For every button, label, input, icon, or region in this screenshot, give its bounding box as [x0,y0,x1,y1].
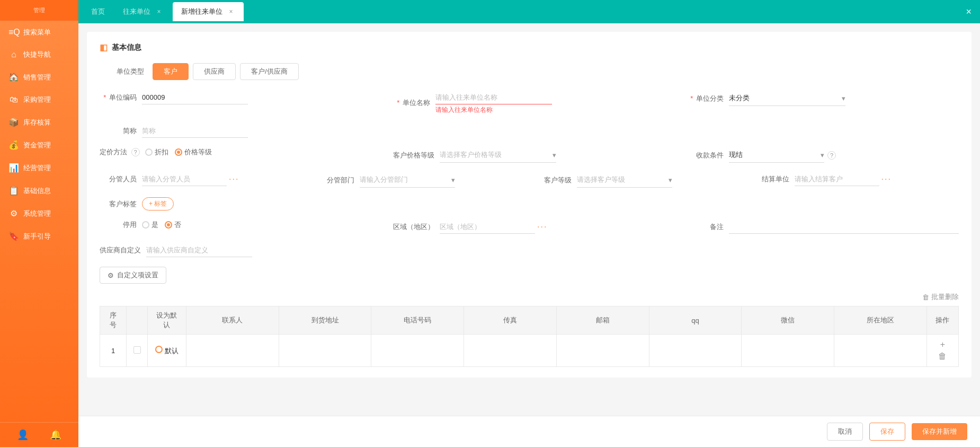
sidebar-item-sales[interactable]: 🏠 销售管理 [0,66,78,89]
sidebar-item-label: 库存核算 [23,118,51,127]
chevron-down-icon: ▾ [842,94,845,102]
supplier-custom-input[interactable] [146,243,252,257]
email-input[interactable] [563,347,643,355]
operations-icon: 📊 [8,163,19,173]
save-and-new-button[interactable]: 保存并新增 [912,423,967,440]
field-customer-tag: 客户标签 + 标签 [100,197,959,211]
custom-settings-button[interactable]: ⚙ 自定义项设置 [100,267,166,284]
sidebar-item-label: 搜索菜单 [23,28,51,37]
row-fax[interactable] [464,335,557,367]
sidebar-item-label: 资金管理 [23,141,51,150]
sidebar-item-operations[interactable]: 📊 经营管理 [0,156,78,179]
th-qq: qq [649,306,742,335]
manager-input[interactable] [142,172,227,186]
row-address[interactable] [279,335,371,367]
sidebar-item-quick-nav[interactable]: ⌂ 快捷导航 [0,43,78,66]
chevron-down-icon: ▾ [821,151,824,159]
delete-row-button[interactable]: 🗑 [937,350,948,362]
sidebar-item-finance[interactable]: 💰 资金管理 [0,134,78,156]
short-name-input[interactable] [142,124,248,138]
sidebar-item-basic-info[interactable]: 📋 基础信息 [0,179,78,202]
department-select[interactable]: 请输入分管部门 ▾ [360,172,455,188]
basic-info-icon: 📋 [8,186,19,196]
sidebar-item-label: 基础信息 [23,186,51,196]
field-region: 区域（地区） ··· [393,220,665,234]
th-email: 邮箱 [556,306,649,335]
field-unit-category: * 单位分类 未分类 ▾ [687,91,959,106]
row-region[interactable] [834,335,927,367]
field-supplier-custom: 供应商自定义 [100,243,959,257]
sidebar-item-system[interactable]: ⚙ 系统管理 [0,202,78,225]
tab-bar-close-all[interactable]: × [961,6,976,17]
region-more-icon[interactable]: ··· [535,222,549,232]
address-input[interactable] [286,347,365,355]
tab-home[interactable]: 首页 [83,2,113,21]
pricing-method-help-icon[interactable]: ? [131,148,140,156]
cancel-button[interactable]: 取消 [827,423,863,441]
user-icon[interactable]: 👤 [17,429,29,441]
add-tag-button[interactable]: + 标签 [142,197,174,211]
region-table-input[interactable] [841,347,920,355]
form-row-5: 客户标签 + 标签 [100,197,959,211]
radio-yes[interactable]: 是 [142,220,158,230]
tab-unit-list[interactable]: 往来单位 × [114,2,172,21]
form-row-3: 定价方法 ? 折扣 价格等级 [100,147,959,163]
payment-terms-select[interactable]: 现结 ▾ [729,147,824,163]
unit-code-input[interactable] [142,91,248,104]
radio-no-circle [165,221,172,229]
sidebar-item-label: 快捷导航 [23,50,51,59]
payment-terms-help-icon[interactable]: ? [827,151,836,160]
fax-input[interactable] [470,347,550,355]
qq-input[interactable] [656,347,735,355]
row-phone[interactable] [371,335,464,367]
unit-btn-supplier[interactable]: 供应商 [193,63,236,80]
sidebar-bottom: 👤 🔔 [0,422,78,447]
notification-icon[interactable]: 🔔 [50,429,61,441]
wechat-input[interactable] [748,347,827,355]
unit-btn-customer[interactable]: 客户 [153,63,189,80]
field-department: 分管部门 请输入分管部门 ▾ [317,172,524,188]
guide-icon: 🔖 [8,231,19,241]
unit-name-error: 请输入往来单位名称 [435,106,665,115]
customer-level-select[interactable]: 请选择客户等级 ▾ [577,172,672,188]
chevron-down-icon: ▾ [669,176,672,184]
sidebar-item-purchase[interactable]: 🛍 采购管理 [0,89,78,111]
phone-input[interactable] [378,347,457,355]
add-row-button[interactable]: + [939,339,946,350]
row-contact[interactable] [186,335,279,367]
radio-discount[interactable]: 折扣 [145,147,168,157]
quick-nav-icon: ⌂ [8,50,19,59]
sidebar-item-search[interactable]: ≡Q 搜索菜单 [0,21,78,43]
field-settlement-unit: 结算单位 ··· [752,172,959,186]
sidebar-item-guide[interactable]: 🔖 新手引导 [0,225,78,248]
row-email[interactable] [556,335,649,367]
unit-name-input[interactable] [435,91,552,104]
radio-no[interactable]: 否 [165,220,181,230]
settlement-unit-input[interactable] [795,172,879,186]
contact-input[interactable] [193,347,272,355]
row-default[interactable]: 默认 [148,335,186,367]
radio-discount-circle [145,148,153,156]
sidebar-item-inventory[interactable]: 📦 库存核算 [0,111,78,134]
th-checkbox [127,306,148,335]
row-wechat[interactable] [742,335,834,367]
remark-input[interactable] [729,220,959,234]
unit-category-select[interactable]: 未分类 ▾ [729,91,845,106]
unit-btn-both[interactable]: 客户/供应商 [240,63,299,80]
chevron-down-icon: ▾ [553,151,556,159]
radio-price-level[interactable]: 价格等级 [175,147,212,157]
settlement-unit-more-icon[interactable]: ··· [879,174,894,184]
close-tab-new-unit[interactable]: × [227,7,235,16]
th-contact: 联系人 [186,306,279,335]
row-qq[interactable] [649,335,742,367]
close-tab-unit-list[interactable]: × [155,7,163,16]
save-button[interactable]: 保存 [869,423,905,441]
settings-gear-icon: ⚙ [108,271,114,279]
manager-more-icon[interactable]: ··· [227,174,241,184]
batch-delete-label[interactable]: 批量删除 [931,292,959,302]
tab-new-unit[interactable]: 新增往来单位 × [173,2,244,21]
customer-price-level-select[interactable]: 请选择客户价格等级 ▾ [440,147,556,163]
row-checkbox[interactable] [127,335,148,367]
form-row-6: 停用 是 否 区域（地区） [100,220,959,234]
region-input[interactable] [440,220,535,234]
